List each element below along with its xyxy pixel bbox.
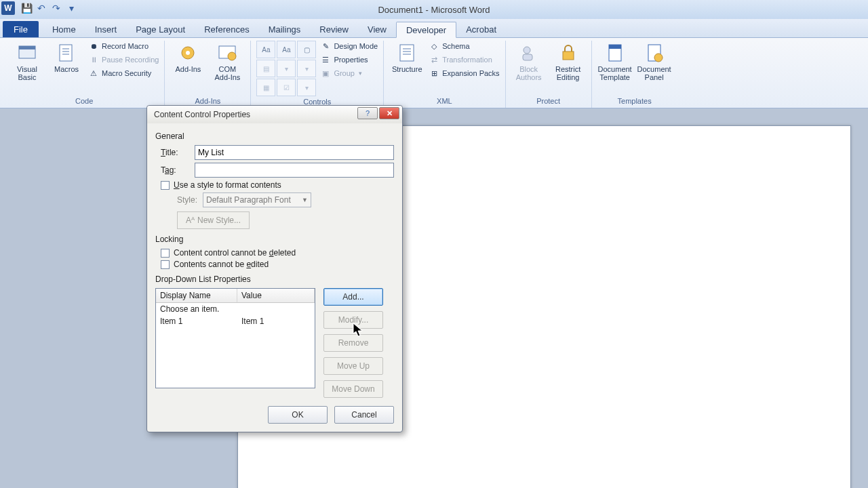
add-button[interactable]: Add... bbox=[323, 288, 383, 306]
ribbon-group-protect: Block Authors Restrict Editing Protect bbox=[506, 41, 592, 108]
tab-acrobat[interactable]: Acrobat bbox=[456, 21, 506, 37]
document-panel-button[interactable]: Document Panel bbox=[637, 41, 672, 83]
dropdown-items-listbox[interactable]: Display Name Value Choose an item. Item … bbox=[155, 288, 315, 388]
ribbon-group-code: Visual Basic Macros ⏺Record Macro ⏸Pause… bbox=[4, 41, 165, 108]
tab-developer[interactable]: Developer bbox=[396, 22, 456, 38]
control-combobox: ▾ bbox=[277, 60, 296, 77]
com-addins-button[interactable]: COM Add-Ins bbox=[210, 41, 245, 83]
content-control-properties-dialog: Content Control Properties ? ✕ General T… bbox=[146, 105, 403, 432]
control-buildingblock: ▤ bbox=[256, 60, 275, 77]
addins-button[interactable]: Add-Ins bbox=[170, 41, 205, 75]
schema-button[interactable]: ◇Schema bbox=[429, 41, 499, 52]
group-label-protect: Protect bbox=[536, 96, 560, 108]
redo-icon[interactable]: ↷ bbox=[50, 2, 62, 14]
tag-label: Tag: bbox=[161, 165, 189, 175]
visual-basic-button[interactable]: Visual Basic bbox=[9, 41, 45, 83]
macros-icon bbox=[56, 42, 77, 64]
macros-button[interactable]: Macros bbox=[49, 41, 84, 75]
control-legacy: ▾ bbox=[297, 79, 316, 96]
document-template-button[interactable]: Document Template bbox=[597, 41, 633, 83]
record-icon: ⏺ bbox=[88, 41, 99, 52]
lock-edit-label: Contents cannot be edited bbox=[174, 260, 269, 269]
section-ddl: Drop-Down List Properties bbox=[155, 274, 394, 284]
group-icon: ▣ bbox=[320, 68, 331, 79]
use-style-label: Use a style to format contents bbox=[174, 180, 281, 190]
workspace bbox=[0, 108, 868, 488]
dialog-title-bar[interactable]: Content Control Properties ? ✕ bbox=[147, 106, 402, 123]
block-authors-icon bbox=[518, 42, 540, 64]
restrict-editing-button[interactable]: Restrict Editing bbox=[551, 41, 586, 83]
block-authors-button: Block Authors bbox=[511, 41, 547, 83]
svg-point-14 bbox=[654, 54, 663, 62]
title-input[interactable] bbox=[195, 145, 394, 160]
style-combo-value: Default Paragraph Font bbox=[206, 195, 291, 205]
svg-rect-1 bbox=[19, 46, 35, 49]
new-style-icon: Aᴬ bbox=[186, 216, 195, 225]
use-style-checkbox[interactable] bbox=[161, 181, 170, 190]
gear-icon bbox=[177, 42, 199, 64]
pause-icon: ⏸ bbox=[88, 54, 99, 65]
control-datepicker: ▦ bbox=[256, 79, 275, 96]
qat-more-icon[interactable]: ▾ bbox=[65, 2, 77, 14]
group-label-templates: Templates bbox=[618, 96, 652, 108]
move-up-button: Move Up bbox=[323, 357, 383, 375]
ok-button[interactable]: OK bbox=[268, 406, 328, 424]
save-icon[interactable]: 💾 bbox=[20, 2, 33, 14]
control-dropdown: ▾ bbox=[297, 60, 316, 77]
lock-delete-checkbox[interactable] bbox=[161, 249, 170, 258]
control-plaintext[interactable]: Aa bbox=[277, 41, 296, 58]
com-addins-icon bbox=[216, 42, 238, 64]
quick-access-toolbar: W 💾 ↶ ↷ ▾ bbox=[1, 1, 77, 15]
design-mode-button[interactable]: ✎Design Mode bbox=[320, 41, 378, 52]
section-locking: Locking bbox=[155, 235, 394, 244]
close-button[interactable]: ✕ bbox=[379, 107, 399, 119]
word-app-icon: W bbox=[1, 1, 15, 15]
ribbon-group-templates: Document Template Document Panel Templat… bbox=[592, 41, 677, 108]
expansion-packs-button[interactable]: ⊞Expansion Packs bbox=[429, 68, 499, 79]
move-down-button: Move Down bbox=[323, 380, 383, 398]
design-mode-icon: ✎ bbox=[320, 41, 331, 52]
ribbon-group-xml: Structure ◇Schema ⇄Transformation ⊞Expan… bbox=[384, 41, 505, 108]
transformation-button: ⇄Transformation bbox=[429, 54, 499, 65]
help-button[interactable]: ? bbox=[357, 107, 378, 119]
title-label: Title: bbox=[161, 148, 189, 157]
control-richtext[interactable]: Aa bbox=[256, 41, 275, 58]
schema-icon: ◇ bbox=[429, 41, 439, 52]
tab-insert[interactable]: Insert bbox=[85, 21, 127, 37]
tab-mailings[interactable]: Mailings bbox=[259, 21, 311, 37]
ribbon-group-addins: Add-Ins COM Add-Ins Add-Ins bbox=[165, 41, 251, 108]
tab-home[interactable]: Home bbox=[43, 21, 85, 37]
ribbon: Visual Basic Macros ⏺Record Macro ⏸Pause… bbox=[0, 38, 868, 108]
svg-rect-2 bbox=[60, 45, 72, 61]
new-style-button: Aᴬ New Style... bbox=[177, 211, 250, 229]
close-icon: ✕ bbox=[387, 109, 393, 118]
control-checkbox: ☑ bbox=[277, 79, 296, 96]
svg-rect-10 bbox=[563, 52, 574, 60]
tag-input[interactable] bbox=[195, 163, 394, 178]
tab-references[interactable]: References bbox=[195, 21, 258, 37]
properties-button[interactable]: ☰Properties bbox=[320, 54, 378, 65]
list-item[interactable]: Item 1 Item 1 bbox=[156, 315, 315, 327]
col-value: Value bbox=[237, 289, 315, 302]
panel-icon bbox=[644, 42, 665, 64]
section-general: General bbox=[155, 131, 394, 141]
tab-review[interactable]: Review bbox=[310, 21, 358, 37]
group-button: ▣Group▾ bbox=[320, 68, 378, 79]
cancel-button[interactable]: Cancel bbox=[334, 406, 394, 424]
undo-icon[interactable]: ↶ bbox=[35, 2, 47, 14]
chevron-down-icon: ▾ bbox=[359, 70, 362, 77]
control-picture[interactable]: ▢ bbox=[297, 41, 316, 58]
macro-security-button[interactable]: ⚠Macro Security bbox=[88, 68, 159, 79]
record-macro-button[interactable]: ⏺Record Macro bbox=[88, 41, 159, 52]
structure-button[interactable]: Structure bbox=[389, 41, 425, 75]
tab-page-layout[interactable]: Page Layout bbox=[126, 21, 195, 37]
group-label-code: Code bbox=[75, 96, 93, 108]
tab-view[interactable]: View bbox=[358, 21, 396, 37]
lock-delete-label: Content control cannot be deleted bbox=[174, 248, 296, 258]
ribbon-group-controls: Aa Aa ▢ ▤ ▾ ▾ ▦ ☑ ▾ ✎Design Mode ☰Proper… bbox=[251, 41, 384, 108]
list-item[interactable]: Choose an item. bbox=[156, 303, 315, 315]
expansion-icon: ⊞ bbox=[429, 68, 439, 79]
tab-file[interactable]: File bbox=[3, 21, 39, 37]
lock-edit-checkbox[interactable] bbox=[161, 260, 170, 269]
controls-gallery[interactable]: Aa Aa ▢ ▤ ▾ ▾ ▦ ☑ ▾ bbox=[256, 41, 316, 96]
